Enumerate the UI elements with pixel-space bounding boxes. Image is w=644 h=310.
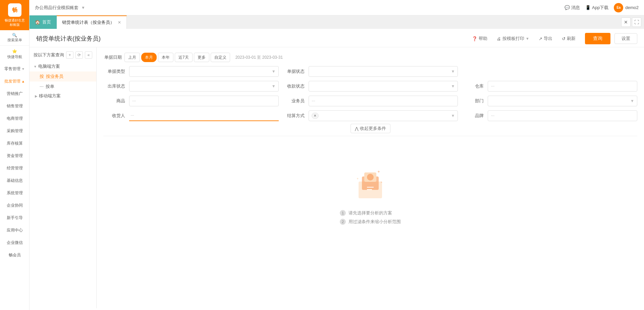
sidebar-item-wechat[interactable]: 企业微信 (0, 237, 29, 249)
date-btn-thismonth[interactable]: 本月 (141, 53, 157, 62)
left-panel-icons: + ⟳ « (66, 51, 92, 59)
status-label: 单据状态 (283, 68, 305, 74)
print-btn[interactable]: 🖨 按模板打印 ▼ (494, 34, 532, 43)
members-label: 畅会员 (9, 252, 21, 258)
hint-text-1: 请先选择要分析的方案 (348, 210, 392, 216)
app-download-label: App下载 (592, 5, 608, 11)
refresh-btn[interactable]: ↺ 刷新 (559, 34, 578, 43)
sidebar-item-sales[interactable]: 销售管理 (0, 100, 29, 112)
query-label: 查询 (593, 36, 602, 41)
sidebar-item-system[interactable]: 系统管理 (0, 187, 29, 199)
logo-icon: 畅 (8, 3, 21, 17)
export-btn[interactable]: ↗ 导出 (536, 34, 555, 43)
wholesale-arrow: ▲ (21, 80, 25, 83)
tree-sub-salesperson[interactable]: 按 按业务员 (30, 71, 96, 82)
sidebar-item-members[interactable]: 畅会员 (0, 249, 29, 261)
sidebar-item-ecommerce[interactable]: 电商管理 (0, 112, 29, 125)
tree-pc-section[interactable]: ▼ 电脑端方案 (30, 61, 96, 71)
tab-close-icon[interactable]: ✕ (118, 20, 121, 25)
user-profile-action[interactable]: Ea demo2 (614, 3, 639, 12)
sidebar-group-wholesale: 批发管理 ▲ (0, 75, 29, 88)
tab-sales-stats[interactable]: 销货单统计表（按业务员） ✕ (57, 15, 127, 29)
tree-mobile-section[interactable]: ▶ 移动端方案 (30, 92, 96, 100)
brand-dots: ··· (491, 113, 494, 119)
pc-section-arrow: ▼ (34, 65, 37, 68)
sidebar-item-basic[interactable]: 基础信息 (0, 174, 29, 187)
purchase-label: 采购管理 (7, 128, 23, 134)
sidebar-item-cooperation[interactable]: 企业协同 (0, 199, 29, 212)
sidebar-item-quicknav[interactable]: ⭐ 快捷导航 (0, 46, 29, 63)
sidebar-item-newbie[interactable]: 新手引导 (0, 212, 29, 224)
sidebar-item-operations[interactable]: 经营管理 (0, 162, 29, 174)
salesperson-scheme-icon: 按 (40, 73, 44, 80)
tree-sub-order[interactable]: ⋯ 按单 (30, 82, 96, 92)
header-actions: 💬 消息 📱 App下载 Ea demo2 (565, 3, 639, 12)
settlement-tag-close[interactable]: × (314, 113, 316, 118)
date-btn-custom[interactable]: 自定义 (211, 53, 230, 62)
filter-row-4: 收货人 ··· 结算方式 × ▼ 品牌 ··· (103, 110, 637, 121)
tab-sales-stats-label: 销货单统计表（按业务员） (62, 19, 114, 25)
type-label: 单据类型 (103, 68, 125, 74)
goods-input[interactable]: ··· (129, 96, 279, 106)
svg-text:✦: ✦ (377, 169, 380, 174)
collapse-label: 收起更多条件 (360, 125, 386, 132)
type-input[interactable]: ▼ (129, 66, 279, 77)
department-input[interactable]: ▼ (488, 96, 637, 106)
messages-action[interactable]: 💬 消息 (565, 5, 580, 11)
settings-btn[interactable]: 设置 (614, 33, 637, 44)
help-btn[interactable]: ❓ 帮助 (469, 34, 490, 43)
sidebar-item-purchase[interactable]: 采购管理 (0, 125, 29, 137)
date-label: 单据日期 (103, 54, 122, 60)
date-btn-more[interactable]: 更多 (194, 53, 209, 62)
company-selector[interactable]: 办公用品行业模拟账套 ▼ (35, 5, 85, 11)
delivery-input[interactable]: ▼ (129, 81, 279, 92)
settlement-input[interactable]: × ▼ (309, 110, 458, 121)
logo[interactable]: 畅 畅捷通好生意 标账版 (0, 0, 29, 30)
sidebar-item-finance[interactable]: 资金管理 (0, 150, 29, 162)
sidebar-item-retail[interactable]: 零售管理 ▼ (0, 63, 29, 75)
app-download-action[interactable]: 📱 App下载 (585, 5, 608, 11)
sidebar-search[interactable]: 🔍 搜索菜单 (0, 30, 29, 46)
date-btn-7days[interactable]: 近7天 (175, 53, 193, 62)
warehouse-label: 仓库 (462, 83, 484, 89)
warehouse-input[interactable]: ··· (488, 81, 637, 92)
tab-close-all-btn[interactable]: ✕ (621, 17, 631, 27)
add-scheme-btn[interactable]: + (66, 51, 73, 59)
salesperson-input[interactable]: ··· (309, 96, 458, 106)
hint-num-1: 1 (340, 210, 346, 216)
wholesale-label: 批发管理 (4, 79, 20, 84)
date-btn-lastmonth[interactable]: 上月 (124, 53, 140, 62)
brand-input[interactable]: ··· (488, 110, 637, 121)
sidebar-item-inventory[interactable]: 库存核算 (0, 137, 29, 150)
sidebar-item-apps[interactable]: 应用中心 (0, 224, 29, 237)
top-header: 办公用品行业模拟账套 ▼ 💬 消息 📱 App下载 Ea demo2 (30, 0, 644, 15)
collapse-btn[interactable]: ⋀ 收起更多条件 (351, 124, 390, 133)
hint-text-2: 用过滤条件来缩小分析范围 (348, 219, 401, 225)
query-btn[interactable]: 查询 (585, 33, 610, 44)
date-btn-thisyear[interactable]: 本年 (158, 53, 173, 62)
salesperson-label: 业务员 (283, 98, 305, 104)
svg-text:✦: ✦ (380, 181, 383, 184)
print-label: 按模板打印 (502, 36, 524, 42)
tab-home[interactable]: 🏠 首页 (30, 15, 57, 29)
status-input[interactable]: ▼ (309, 66, 458, 77)
refresh-scheme-btn[interactable]: ⟳ (75, 51, 83, 59)
content-layout: 按以下方案查询 + ⟳ « ▼ 电脑端方案 按 按业务员 (30, 47, 644, 308)
export-label: 导出 (544, 36, 552, 42)
phone-icon: 📱 (585, 5, 591, 10)
collapse-panel-btn[interactable]: « (85, 51, 92, 59)
sidebar-item-wholesale[interactable]: 批发管理 ▲ (0, 75, 29, 88)
collapse-bar: ⋀ 收起更多条件 (103, 124, 637, 133)
sidebar-item-marketing[interactable]: 营销推广 (0, 88, 29, 100)
delivery-dropdown-icon: ▼ (272, 84, 276, 89)
empty-hints: 1 请先选择要分析的方案 2 用过滤条件来缩小分析范围 (340, 210, 401, 227)
receiver-input[interactable]: ··· (129, 110, 279, 121)
tab-expand-btn[interactable]: ⛶ (632, 17, 641, 27)
payment-input[interactable]: ▼ (309, 81, 458, 92)
goods-dots: ··· (132, 98, 136, 104)
receiver-label: 收货人 (103, 113, 125, 119)
messages-label: 消息 (571, 5, 580, 11)
order-scheme-label: 按单 (46, 84, 54, 90)
mobile-section-arrow: ▶ (35, 94, 38, 98)
export-icon: ↗ (539, 36, 542, 41)
